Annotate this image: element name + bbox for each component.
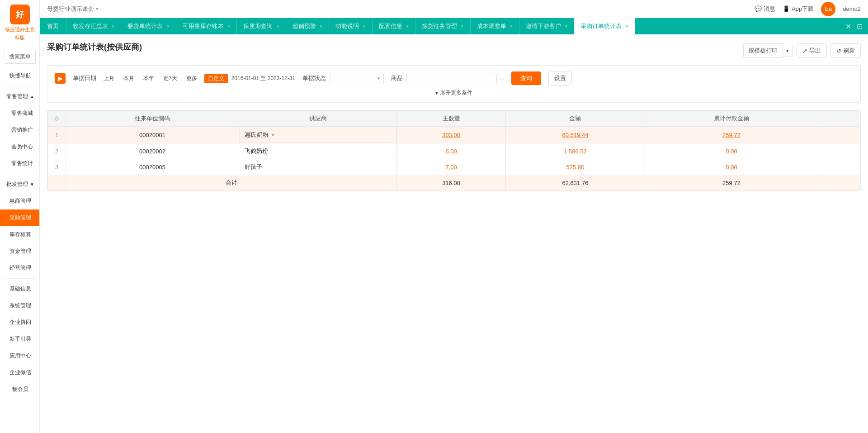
tab-inventory-book[interactable]: 可用量库存账本 × bbox=[176, 18, 237, 34]
sidebar-item-ecommerce[interactable]: 电商管理 bbox=[0, 193, 39, 209]
tab-pick-task[interactable]: 拣货任务管理 × bbox=[415, 18, 470, 34]
date-shortcut-7days[interactable]: 近7天 bbox=[160, 74, 181, 83]
message-label: 消息 bbox=[764, 5, 775, 13]
query-button[interactable]: 查询 bbox=[511, 71, 541, 85]
summary-qty: 316.00 bbox=[397, 175, 506, 191]
tab-orders-label: 要货单统计表 bbox=[127, 22, 163, 30]
tab-function-desc-close[interactable]: × bbox=[363, 24, 365, 29]
message-icon: 💬 bbox=[755, 5, 762, 12]
row-supplier: 好孩子 bbox=[239, 159, 397, 175]
print-button[interactable]: 按模板打印 bbox=[743, 43, 783, 58]
enterprise-label: 企业协同 bbox=[9, 319, 31, 326]
date-tag[interactable]: 自定义 bbox=[204, 74, 228, 83]
row-amount[interactable]: 60,519.44 bbox=[505, 127, 645, 143]
col-supplier: 供应商 bbox=[239, 111, 397, 127]
sidebar-item-basic-info[interactable]: 基础信息 bbox=[0, 281, 39, 297]
row-code: 00020005 bbox=[66, 159, 239, 175]
sidebar-item-retail-mgmt[interactable]: 零售管理 ▲ bbox=[0, 88, 39, 105]
sidebar-item-enterprise[interactable]: 企业协同 bbox=[0, 314, 39, 331]
settings-button[interactable]: 设置 bbox=[548, 71, 572, 86]
row-paid[interactable]: 0.00 bbox=[645, 159, 818, 175]
row-amount[interactable]: 525.80 bbox=[505, 159, 645, 175]
tab-config[interactable]: 配置信息 × bbox=[373, 18, 415, 34]
date-shortcut-more[interactable]: 更多 bbox=[183, 74, 201, 83]
search-menu-button[interactable]: 搜索菜单 bbox=[4, 50, 36, 64]
tab-config-label: 配置信息 bbox=[379, 22, 402, 30]
tab-receivables-close[interactable]: × bbox=[112, 24, 114, 29]
sidebar-item-vip[interactable]: 畅会员 bbox=[0, 381, 39, 398]
expand-more-button[interactable]: ▾ 展开更多条件 bbox=[435, 89, 472, 97]
row-qty[interactable]: 7.00 bbox=[397, 159, 506, 175]
tab-cost-adjust[interactable]: 成本调整单 × bbox=[471, 18, 519, 34]
logo-text: 畅捷通好生意 bbox=[5, 26, 35, 33]
refresh-button[interactable]: ↺ 刷新 bbox=[830, 43, 861, 58]
tab-pick-task-close[interactable]: × bbox=[461, 24, 463, 29]
wholesale-mgmt-arrow: ▼ bbox=[30, 182, 34, 187]
export-button[interactable]: ↗ 导出 bbox=[797, 43, 827, 58]
column-settings-icon[interactable]: ⚙ bbox=[54, 115, 60, 122]
row-expand-icon[interactable]: ▼ bbox=[270, 132, 275, 138]
breadcrumb-dropdown-icon[interactable]: ▾ bbox=[96, 6, 99, 12]
sidebar-item-app-center[interactable]: 应用中心 bbox=[0, 347, 39, 364]
goods-input[interactable] bbox=[406, 73, 497, 84]
row-supplier: 飞鹤奶粉 bbox=[239, 143, 397, 159]
sidebar-item-operations[interactable]: 经营管理 bbox=[0, 260, 39, 276]
sidebar-item-quick-nav[interactable]: 快捷导航 bbox=[0, 67, 39, 84]
tab-home[interactable]: 首页 bbox=[40, 18, 66, 34]
row-amount[interactable]: 1,586.52 bbox=[505, 143, 645, 159]
refresh-icon: ↺ bbox=[836, 48, 841, 54]
tab-orders[interactable]: 要货单统计表 × bbox=[121, 18, 176, 34]
username[interactable]: demo2 bbox=[843, 5, 861, 12]
tab-overstock-close[interactable]: × bbox=[320, 24, 322, 29]
tab-shelf-life[interactable]: 保质期查询 × bbox=[237, 18, 286, 34]
vip-label: 畅会员 bbox=[12, 385, 28, 393]
sidebar-item-retail-stats[interactable]: 零售统计 bbox=[0, 155, 39, 172]
row-qty[interactable]: 303.00 bbox=[397, 127, 506, 143]
tab-receivables[interactable]: 收发存汇总表 × bbox=[66, 18, 121, 34]
row-supplier: 惠氏奶粉 ▼ bbox=[239, 127, 396, 143]
logo-icon: 好 bbox=[10, 5, 30, 24]
message-action[interactable]: 💬 消息 bbox=[755, 5, 775, 13]
sidebar-divider-1 bbox=[4, 86, 36, 86]
filter-toggle-button[interactable]: ▶ bbox=[55, 73, 66, 84]
status-label: 单据状态 bbox=[302, 74, 326, 82]
tab-overstock[interactable]: 超储预警 × bbox=[286, 18, 329, 34]
user-avatar[interactable]: Ea bbox=[821, 2, 835, 16]
sidebar-item-newbie[interactable]: 新手引导 bbox=[0, 331, 39, 347]
row-paid[interactable]: 259.72 bbox=[645, 127, 818, 143]
sidebar-item-member[interactable]: 会员中心 bbox=[0, 138, 39, 155]
breadcrumb: 母婴行业演示账套 ▾ bbox=[47, 5, 751, 13]
date-shortcut-this-year[interactable]: 本年 bbox=[140, 74, 158, 83]
status-select[interactable] bbox=[330, 73, 384, 84]
sidebar-item-system[interactable]: 系统管理 bbox=[0, 297, 39, 314]
date-filter-group: 单据日期 上月 本月 本年 近7天 更多 自定义 2016-01-01 至 20… bbox=[73, 74, 295, 83]
tab-shelf-life-close[interactable]: × bbox=[276, 24, 279, 29]
tab-orders-close[interactable]: × bbox=[166, 24, 169, 29]
sidebar-item-marketing[interactable]: 营销推广 bbox=[0, 122, 39, 138]
expand-icon: ▾ bbox=[435, 90, 438, 96]
tab-purchase-stats-close[interactable]: × bbox=[625, 24, 628, 29]
row-paid[interactable]: 0.00 bbox=[645, 143, 818, 159]
tab-config-close[interactable]: × bbox=[406, 24, 409, 29]
sidebar-item-wechat[interactable]: 企业微信 bbox=[0, 364, 39, 381]
tab-invite-downstream-close[interactable]: × bbox=[565, 24, 567, 29]
expand-label: 展开更多条件 bbox=[440, 89, 472, 97]
date-shortcut-last-month[interactable]: 上月 bbox=[100, 74, 118, 83]
goods-more-icon[interactable]: … bbox=[499, 75, 504, 81]
print-dropdown-arrow[interactable]: ▾ bbox=[783, 45, 793, 57]
sidebar-item-purchase-mgmt[interactable]: 采购管理 bbox=[0, 209, 39, 226]
tab-function-desc[interactable]: 功能说明 × bbox=[329, 18, 372, 34]
tab-close-btn[interactable]: ✕ bbox=[844, 22, 853, 31]
tab-purchase-stats[interactable]: 采购订单统计表 × bbox=[574, 18, 635, 34]
sidebar-item-finance[interactable]: 资金管理 bbox=[0, 243, 39, 260]
sidebar-item-wholesale-mgmt[interactable]: 批发管理 ▼ bbox=[0, 176, 39, 193]
sidebar-item-inventory[interactable]: 库存核算 bbox=[0, 226, 39, 243]
row-qty[interactable]: 6.00 bbox=[397, 143, 506, 159]
app-download-action[interactable]: 📱 App下载 bbox=[783, 5, 814, 13]
date-shortcut-this-month[interactable]: 本月 bbox=[120, 74, 138, 83]
tab-restore-btn[interactable]: ⊡ bbox=[855, 22, 864, 31]
sidebar-item-retail-mall[interactable]: 零售商城 bbox=[0, 105, 39, 122]
tab-invite-downstream[interactable]: 邀请下游客户 × bbox=[519, 18, 574, 34]
tab-cost-adjust-close[interactable]: × bbox=[510, 24, 513, 29]
tab-inventory-book-close[interactable]: × bbox=[227, 24, 230, 29]
